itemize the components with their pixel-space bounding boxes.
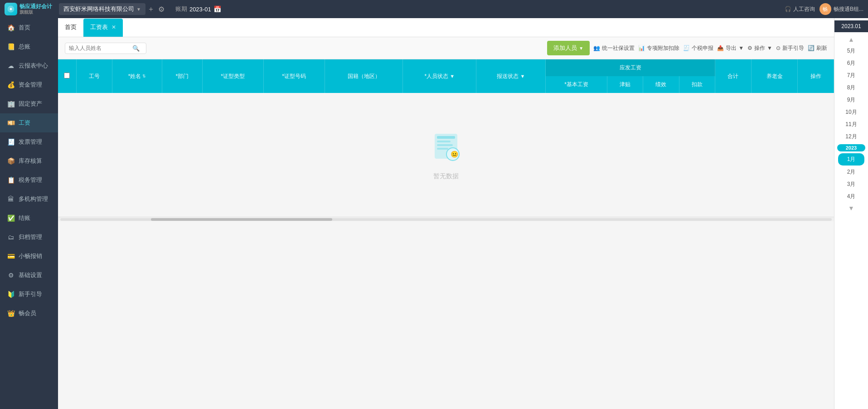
search-input[interactable] [69, 45, 132, 51]
month-item-dec[interactable]: 12月 [834, 131, 868, 143]
social-security-label: 统一社保设置 [602, 44, 635, 52]
calendar-icon[interactable]: 📅 [213, 5, 221, 13]
th-cert-no: *证型号码 [263, 59, 325, 93]
tax-icon: 🧾 [683, 45, 690, 51]
deduction-icon: 📊 [638, 45, 645, 51]
guide-action[interactable]: ⊙ 新手引导 [776, 44, 804, 52]
sidebar-item-archive[interactable]: 🗂 归档管理 [0, 228, 58, 247]
month-item-aug[interactable]: 8月 [834, 82, 868, 94]
add-company-button[interactable]: ＋ [145, 3, 156, 16]
guide-icon2: ⊙ [776, 45, 781, 51]
expense-icon: 💳 [7, 253, 15, 260]
account-period: 账期 2023-01 📅 [175, 5, 221, 13]
sidebar-item-closing[interactable]: ✅ 结账 [0, 209, 58, 228]
sidebar-item-label: 固定资产 [19, 100, 42, 108]
month-item-sep[interactable]: 9月 [834, 94, 868, 106]
avatar: 畅 [820, 3, 831, 15]
th-performance: 绩效 [643, 76, 679, 93]
th-nationality: 国籍（地区） [325, 59, 403, 93]
horizontal-scrollbar[interactable] [58, 217, 834, 221]
user-info[interactable]: 畅 畅搜通B组... [820, 3, 863, 15]
scroll-down-icon[interactable]: ▼ [846, 203, 856, 214]
tab-salary[interactable]: 工资表 ✕ [83, 19, 123, 37]
company-selector[interactable]: 西安虾米网络科技有限公司 ▼ [59, 3, 145, 15]
tab-home[interactable]: 首页 [58, 19, 83, 37]
sidebar-item-guide[interactable]: 🔰 新手引导 [0, 285, 58, 304]
guide-label: 新手引导 [782, 44, 804, 52]
refresh-action[interactable]: 🔄 刷新 [808, 44, 827, 52]
sidebar-item-cloud-report[interactable]: ☁ 云报表中心 [0, 56, 58, 75]
sidebar-item-salary[interactable]: 💴 工资 [0, 113, 58, 132]
operate-action[interactable]: ⚙ 操作 ▼ [747, 44, 772, 52]
salary-table: 工号 *姓名 ⇅ *部门 *证型类型 *证型号码 国籍（地区） [58, 59, 834, 93]
export-action[interactable]: 📤 导出 ▼ [717, 44, 744, 52]
th-name[interactable]: *姓名 ⇅ [112, 59, 162, 93]
multi-org-icon: 🏛 [7, 195, 15, 203]
month-item-nov[interactable]: 11月 [834, 118, 868, 131]
export-icon: 📤 [717, 45, 724, 51]
app-edition: 旗舰版 [19, 10, 52, 15]
select-all-checkbox[interactable] [64, 73, 70, 78]
cloud-icon: ☁ [7, 62, 15, 69]
sidebar-item-multi-org[interactable]: 🏛 多机构管理 [0, 190, 58, 209]
sidebar-item-assets[interactable]: 🏢 固定资产 [0, 94, 58, 113]
svg-rect-5 [437, 148, 448, 150]
search-box[interactable]: 🔍 [65, 43, 146, 54]
sidebar-item-label: 基础设置 [19, 271, 42, 279]
close-icon[interactable]: ✕ [112, 24, 116, 30]
deduction-action[interactable]: 📊 专项附加扣除 [638, 44, 679, 52]
logo-icon [5, 3, 17, 15]
sidebar-item-home[interactable]: 🏠 首页 [0, 18, 58, 37]
month-item-apr[interactable]: 4月 [834, 190, 868, 203]
sidebar-item-settings[interactable]: ⚙ 基础设置 [0, 266, 58, 285]
th-report-status[interactable]: 报送状态 ▼ [476, 59, 546, 93]
month-item-jul[interactable]: 7月 [834, 69, 868, 82]
th-status[interactable]: *人员状态 ▼ [403, 59, 476, 93]
search-icon: 🔍 [132, 45, 140, 52]
settings-button[interactable]: ⚙ [156, 3, 166, 15]
th-emp-no: 工号 [76, 59, 112, 93]
empty-icon: 😐 [428, 129, 464, 166]
closing-icon: ✅ [7, 214, 15, 222]
sidebar-item-ledger[interactable]: 📒 总账 [0, 37, 58, 56]
archive-icon: 🗂 [7, 234, 15, 241]
operate-icon: ⚙ [747, 45, 752, 51]
scrollbar-thumb[interactable] [151, 218, 332, 221]
company-name: 西安虾米网络科技有限公司 [63, 5, 134, 13]
sidebar-item-expense[interactable]: 💳 小畅报销 [0, 247, 58, 266]
sidebar-item-label: 结账 [19, 214, 30, 222]
empty-state: 😐 暂无数据 [58, 93, 834, 217]
app-logo: 畅应通好会计 旗舰版 [5, 3, 52, 15]
sidebar-item-label: 税务管理 [19, 176, 42, 184]
service-button[interactable]: 🎧 人工咨询 [785, 5, 815, 13]
headset-icon: 🎧 [785, 6, 791, 12]
scrollbar-track [60, 218, 832, 221]
refresh-icon: 🔄 [808, 45, 815, 51]
social-security-action[interactable]: 👥 统一社保设置 [593, 44, 635, 52]
month-item-jun[interactable]: 6月 [834, 57, 868, 69]
month-item-jan-active[interactable]: 1月 [838, 153, 864, 166]
period-label: 账期 [175, 5, 187, 13]
sidebar-item-fund[interactable]: 💰 资金管理 [0, 75, 58, 94]
th-cert-type: *证型类型 [202, 59, 263, 93]
sidebar-item-invoice[interactable]: 🧾 发票管理 [0, 132, 58, 151]
svg-rect-2 [437, 136, 455, 139]
settings-icon: ⚙ [7, 272, 15, 279]
add-btn-label: 添加人员 [553, 44, 577, 52]
month-item-mar[interactable]: 3月 [834, 178, 868, 190]
sidebar-item-member[interactable]: 👑 畅会员 [0, 304, 58, 323]
tax-icon: 📋 [7, 176, 15, 184]
tax-filing-action[interactable]: 🧾 个税申报 [683, 44, 713, 52]
sidebar-item-label: 发票管理 [19, 138, 42, 146]
chevron-down-icon: ▼ [136, 7, 141, 12]
month-item-oct[interactable]: 10月 [834, 106, 868, 118]
add-employee-button[interactable]: 添加人员 ▼ [547, 41, 590, 55]
month-item-may[interactable]: 5月 [834, 45, 868, 57]
th-checkbox[interactable] [58, 59, 76, 93]
th-total: 合计 [715, 59, 752, 93]
scroll-up-icon[interactable]: ▲ [846, 34, 856, 45]
sidebar-item-tax[interactable]: 📋 税务管理 [0, 170, 58, 190]
sidebar-item-inventory[interactable]: 📦 库存核算 [0, 151, 58, 170]
ledger-icon: 📒 [7, 43, 15, 50]
month-item-feb[interactable]: 2月 [834, 166, 868, 178]
